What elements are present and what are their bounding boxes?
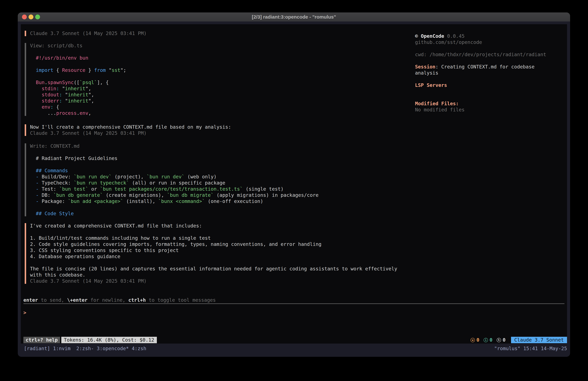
text-segment: :	[56, 86, 59, 91]
text-line	[30, 61, 397, 67]
text-segment: The file is concise (20 lines) and captu…	[30, 266, 397, 271]
text-segment: process	[56, 110, 77, 116]
diagnostic-count: 0	[490, 337, 492, 343]
text-segment: to send,	[38, 297, 67, 303]
text-segment: (install),	[123, 198, 158, 204]
text-segment: © OpenCode	[415, 33, 447, 39]
text-segment: analysis	[415, 70, 439, 76]
text-line: Write: CONTEXT.md	[30, 143, 397, 149]
text-line	[30, 149, 397, 155]
text-segment: (create migrations),	[103, 192, 167, 198]
text-line: Now I'll create a comprehensive CONTEXT.…	[30, 124, 397, 130]
text-segment: DB:	[39, 192, 53, 198]
tmux-session-windows[interactable]: [radiant] 1:nvim 2:zsh- 3:opencode* 4:zs…	[24, 345, 146, 352]
text-line: View: script/db.ts	[30, 43, 397, 49]
text-segment: Now I'll create a comprehensive CONTEXT.…	[30, 124, 231, 130]
text-segment: -	[30, 186, 39, 192]
text-segment: env	[80, 110, 88, 116]
text-segment: :	[50, 104, 53, 110]
text-segment: `bun run typecheck`	[74, 180, 129, 186]
text-segment: :	[59, 92, 62, 97]
hint-icon: h	[497, 338, 501, 342]
minimize-button[interactable]	[29, 15, 33, 19]
diagnostic-count: 0	[503, 337, 505, 343]
text-segment: `bunx <command>`	[158, 198, 205, 204]
text-segment: (all) or run in specific package	[129, 180, 225, 186]
text-line: with this codebase.	[30, 272, 397, 278]
prompt-input[interactable]: >	[23, 310, 26, 316]
text-line: env: {	[30, 104, 397, 110]
text-segment: ";	[120, 67, 126, 73]
text-line: - DB: `bun db generate` (create migratio…	[30, 192, 397, 198]
help-badge: ctrl+? help	[23, 337, 60, 343]
text-line: - TypeCheck: `bun run typecheck` (all) o…	[30, 180, 397, 186]
text-segment: from	[94, 67, 106, 73]
text-segment: ctrl+h	[128, 297, 146, 303]
zoom-button[interactable]	[35, 15, 40, 19]
text-segment: ## Commands	[30, 168, 68, 173]
text-line	[30, 229, 397, 235]
text-segment: inherit	[65, 86, 85, 91]
text-line: - Build/Dev: `bun run dev` (project), `b…	[30, 174, 397, 180]
text-line	[30, 49, 397, 55]
text-line	[415, 88, 545, 94]
close-button[interactable]	[22, 15, 27, 19]
text-segment: -	[30, 192, 39, 198]
text-line: LSP Servers	[415, 82, 545, 88]
text-segment: Bun	[30, 80, 44, 85]
diagnostic-count: 0	[477, 337, 479, 343]
text-segment: ], {	[97, 80, 109, 85]
text-line: Claude 3.7 Sonnet (14 May 2025 03:41 PM)	[30, 130, 397, 136]
text-segment: }	[85, 67, 94, 73]
text-segment: sst	[112, 67, 120, 73]
text-line: Claude 3.7 Sonnet (14 May 2025 03:41 PM)	[30, 30, 397, 37]
text-line: - Test: `bun test` or `bun test packages…	[30, 186, 397, 192]
text-segment: `bun add <package>`	[68, 198, 123, 204]
text-segment: 2. Code style guidelines covering import…	[30, 241, 321, 247]
window-titlebar[interactable]: [2/3] radiant:3:opencode - "romulus"	[18, 12, 570, 22]
text-segment: `bun test packages/core/test/transaction…	[100, 186, 243, 192]
traffic-lights	[22, 15, 40, 19]
text-segment: or	[88, 186, 100, 192]
text-segment: 3. CSS styling conventions specific to t…	[30, 247, 179, 253]
text-segment: # Radiant Project Guidelines	[30, 156, 117, 161]
text-segment: (apply migrations) in packages/core	[214, 192, 318, 198]
text-segment: with this codebase.	[30, 272, 85, 278]
text-segment: Session	[415, 64, 435, 69]
text-line	[415, 94, 545, 101]
text-line: Bun.spawnSync([`psql`], {	[30, 79, 397, 86]
text-line: stderr: "inherit",	[30, 98, 397, 104]
text-segment: #!/usr/bin/env bun	[30, 55, 88, 61]
text-segment: enter	[23, 297, 38, 303]
warn-icon: w	[471, 338, 475, 342]
message-block: Now I'll create a comprehensive CONTEXT.…	[25, 124, 397, 136]
text-segment: ,	[88, 110, 91, 116]
text-line	[30, 161, 397, 168]
text-segment: (web only)	[185, 174, 216, 179]
text-segment: `bun test`	[59, 186, 88, 192]
text-line	[415, 76, 545, 82]
text-line: Session: Creating CONTEXT.md for codebas…	[415, 64, 545, 70]
text-segment: (one-off execution)	[205, 198, 263, 204]
text-segment: View: script/db.ts	[30, 43, 83, 48]
text-line: No modified files	[415, 107, 545, 113]
text-segment: -	[30, 174, 39, 179]
text-line: 2. Code style guidelines covering import…	[30, 241, 397, 247]
text-segment: env	[30, 104, 50, 110]
keybinding-hint: enter to send, \+enter for newline, ctrl…	[23, 297, 216, 303]
diagnostic-info-count: i0	[483, 337, 492, 343]
text-segment: Claude 3.7 Sonnet (14 May 2025 03:41 PM)	[30, 278, 147, 284]
text-line: ## Commands	[30, 168, 397, 174]
tokens-cost-badge: Tokens: 16.4K (8%), Cost: $0.12	[61, 337, 157, 343]
text-segment: TypeCheck:	[39, 180, 74, 186]
text-line: cwd: /home/thdxr/dev/projects/radiant/ra…	[415, 51, 545, 58]
text-segment: Test:	[39, 186, 59, 192]
text-segment: "	[62, 98, 68, 104]
gray-accent-bar	[25, 143, 26, 216]
text-segment: stdout	[30, 92, 59, 97]
window-title: [2/3] radiant:3:opencode - "romulus"	[252, 14, 336, 20]
text-segment: "	[62, 92, 68, 97]
info-icon: i	[483, 338, 488, 342]
diagnostic-warn-count: w0	[471, 337, 479, 343]
text-segment: Package:	[39, 198, 68, 204]
